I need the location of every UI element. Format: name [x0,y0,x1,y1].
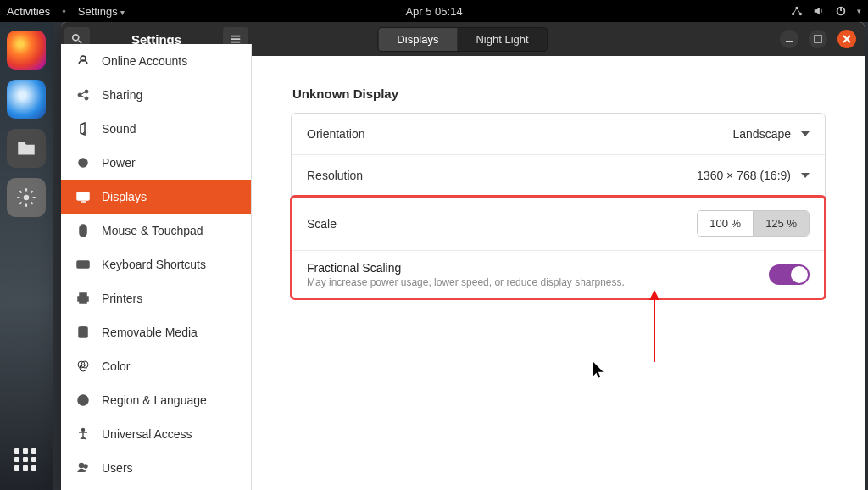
sidebar-item-label: Printers [102,292,142,305]
region-icon [76,393,90,407]
universal-icon [76,427,90,441]
power-icon [76,156,90,170]
scale-row: Scale 100 % 125 % [292,197,825,251]
svg-point-10 [85,97,88,100]
menu-icon [230,33,242,45]
settings-sidebar: Online AccountsSharingSoundPowerDisplays… [61,44,252,490]
svg-point-25 [82,429,85,432]
clock[interactable]: Apr 5 05:14 [405,5,462,18]
sidebar-item-sound[interactable]: Sound [61,112,251,146]
activities-button[interactable]: Activities [7,5,50,18]
svg-rect-6 [815,36,821,42]
svg-point-8 [78,93,81,97]
sidebar-item-displays[interactable]: Displays [61,180,251,214]
sidebar-item-label: Removable Media [102,326,198,339]
svg-rect-18 [80,300,86,303]
search-icon [71,33,83,45]
resolution-label: Resolution [307,169,363,182]
svg-rect-20 [81,327,85,330]
sidebar-item-label: Mouse & Touchpad [102,224,203,237]
display-header: Unknown Display [292,86,826,101]
sidebar-item-keyboard[interactable]: Keyboard Shortcuts [61,248,251,281]
dock [0,22,53,490]
gnome-topbar: Activities • Settings Apr 5 05:14 ▾ [0,0,868,22]
chevron-down-icon [801,173,810,178]
resolution-value: 1360 × 768 (16:9) [697,169,791,182]
orientation-value: Landscape [732,127,791,141]
fractional-scaling-row: Fractional Scaling May increase power us… [292,251,825,298]
svg-point-11 [84,132,86,135]
display-panel: Orientation Landscape Resolution 1360 × … [291,113,826,299]
sharing-icon [76,88,90,102]
sidebar-item-label: Keyboard Shortcuts [102,258,206,271]
svg-point-5 [73,35,79,41]
scale-segmented: 100 % 125 % [697,210,810,237]
dock-app-files[interactable] [7,129,46,168]
printers-icon [76,292,90,305]
app-menu[interactable]: Settings [78,5,125,18]
color-icon [76,359,90,373]
power-icon [835,5,847,17]
sidebar-item-label: Displays [102,190,147,203]
sidebar-item-sharing[interactable]: Sharing [61,78,251,112]
fractional-title: Fractional Scaling [307,261,769,275]
svg-rect-13 [77,192,89,200]
settings-window: Settings Displays Night Light Online Acc… [61,22,865,490]
volume-icon [813,5,825,17]
online-accounts-icon [76,54,90,68]
orientation-row[interactable]: Orientation Landscape [292,114,825,155]
sidebar-item-label: Power [102,156,136,170]
app-grid-button[interactable] [10,444,42,476]
sidebar-item-label: Users [102,461,133,475]
sidebar-item-label: Online Accounts [102,54,187,68]
mouse-icon [76,224,90,237]
fractional-scaling-toggle[interactable] [769,264,810,285]
sidebar-item-label: Sharing [102,88,142,102]
dock-app-thunderbird[interactable] [7,80,46,119]
dock-app-settings[interactable] [7,178,46,217]
sidebar-item-mouse[interactable]: Mouse & Touchpad [61,214,251,248]
sidebar-item-label: Color [102,359,130,373]
displays-pane: Unknown Display Orientation Landscape Re… [252,56,865,490]
fractional-desc: May increase power usage, lower speed, o… [307,276,769,288]
svg-point-4 [24,195,30,201]
status-area[interactable]: ▾ [791,5,861,17]
sidebar-item-region[interactable]: Region & Language [61,383,251,417]
sidebar-item-printers[interactable]: Printers [61,281,251,315]
keyboard-icon [76,258,90,271]
sidebar-item-removable[interactable]: Removable Media [61,315,251,349]
svg-point-27 [84,465,87,468]
displays-icon [76,190,90,203]
sidebar-item-universal[interactable]: Universal Access [61,417,251,451]
scale-option-100[interactable]: 100 % [698,211,753,236]
close-button[interactable] [837,30,856,48]
network-icon [791,5,803,17]
scale-label: Scale [307,217,337,231]
removable-icon [76,326,90,339]
chevron-down-icon [801,131,810,136]
view-switcher: Displays Night Light [377,27,548,52]
scale-option-125[interactable]: 125 % [753,211,809,236]
sidebar-item-power[interactable]: Power [61,146,251,180]
sidebar-item-label: Region & Language [102,393,207,407]
maximize-button[interactable] [809,30,827,48]
sound-icon [76,122,90,136]
svg-point-26 [80,464,84,468]
svg-rect-17 [80,293,86,297]
orientation-label: Orientation [307,127,364,141]
sidebar-item-label: Universal Access [102,427,192,441]
resolution-row[interactable]: Resolution 1360 × 768 (16:9) [292,155,825,197]
sidebar-item-users[interactable]: Users [61,451,251,485]
minimize-button[interactable] [780,30,798,48]
svg-rect-15 [77,261,89,268]
tab-displays[interactable]: Displays [378,28,457,51]
sidebar-item-label: Sound [102,122,136,136]
tab-night-light[interactable]: Night Light [457,28,547,51]
dock-app-firefox[interactable] [7,31,46,70]
svg-point-9 [85,90,88,93]
users-icon [76,461,90,475]
sidebar-item-color[interactable]: Color [61,349,251,383]
sidebar-item-online-accounts[interactable]: Online Accounts [61,44,251,78]
